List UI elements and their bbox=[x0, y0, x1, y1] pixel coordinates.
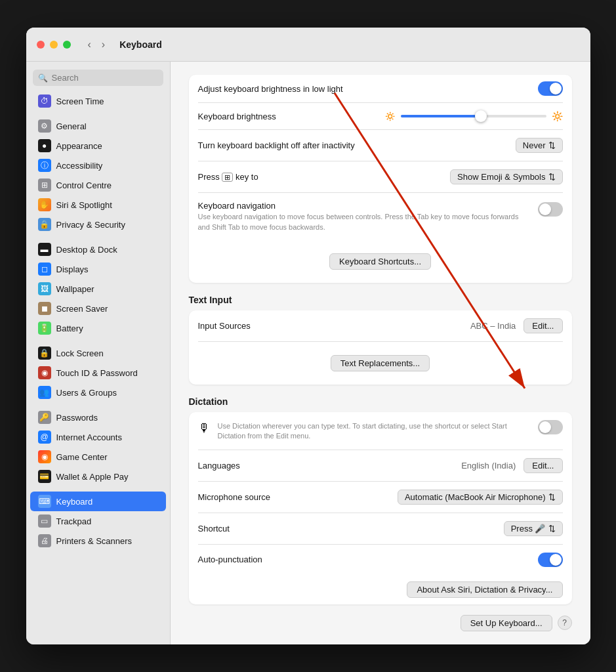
sidebar-item-trackpad[interactable]: ▭ Trackpad bbox=[30, 511, 166, 531]
about-dictation-row: About Ask Siri, Dictation & Privacy... bbox=[198, 575, 563, 604]
sidebar-item-general[interactable]: ⚙ General bbox=[30, 116, 166, 136]
sidebar-label-internet-accounts: Internet Accounts bbox=[56, 432, 122, 442]
microphone-source-dropdown[interactable]: Automatic (MacBook Air Microphone) ⇅ bbox=[398, 490, 563, 505]
input-sources-edit-button[interactable]: Edit... bbox=[524, 318, 562, 333]
sidebar-label-game-center: Game Center bbox=[56, 452, 108, 462]
adjust-brightness-row: Adjust keyboard brightness in low light bbox=[198, 75, 563, 103]
press-key-row: Press ⊞ key to Show Emoji & Symbols ⇅ bbox=[198, 161, 563, 193]
keyboard-shortcuts-button[interactable]: Keyboard Shortcuts... bbox=[329, 253, 431, 270]
sidebar-label-siri: Siri & Spotlight bbox=[56, 200, 112, 210]
sidebar-label-screen-saver: Screen Saver bbox=[56, 304, 108, 314]
sidebar-label-keyboard: Keyboard bbox=[56, 497, 93, 507]
sidebar-item-privacy-security[interactable]: 🔒 Privacy & Security bbox=[30, 215, 166, 234]
adjust-brightness-toggle[interactable] bbox=[538, 81, 563, 96]
sidebar-item-displays[interactable]: ◻ Displays bbox=[30, 259, 166, 279]
brightness-slider-container: 🔅 🔆 bbox=[384, 111, 563, 121]
sidebar-item-accessibility[interactable]: ⓘ Accessibility bbox=[30, 156, 166, 175]
backlight-off-dropdown[interactable]: Never ⇅ bbox=[516, 138, 563, 153]
sidebar-item-printers-scanners[interactable]: 🖨 Printers & Scanners bbox=[30, 531, 166, 551]
sidebar-item-touch-id[interactable]: ◉ Touch ID & Password bbox=[30, 363, 166, 383]
input-sources-row: Input Sources ABC – India Edit... bbox=[198, 310, 563, 342]
sidebar-item-appearance[interactable]: ● Appearance bbox=[30, 136, 166, 156]
sidebar-label-users: Users & Groups bbox=[56, 388, 117, 398]
accessibility-icon: ⓘ bbox=[38, 159, 51, 172]
top-keyboard-card: Adjust keyboard brightness in low light … bbox=[189, 75, 572, 283]
sidebar-item-game-center[interactable]: ◉ Game Center bbox=[30, 447, 166, 467]
microphone-source-row: Microphone source Automatic (MacBook Air… bbox=[198, 482, 563, 513]
sidebar-item-screen-time[interactable]: ⏱ Screen Time bbox=[30, 91, 166, 111]
minimize-button[interactable] bbox=[50, 41, 58, 49]
brightness-high-icon: 🔆 bbox=[552, 111, 563, 121]
printers-icon: 🖨 bbox=[38, 534, 51, 547]
sidebar-label-accessibility: Accessibility bbox=[56, 161, 103, 171]
sidebar-item-wallpaper[interactable]: 🖼 Wallpaper bbox=[30, 279, 166, 299]
chevron-updown-icon4: ⇅ bbox=[548, 524, 556, 534]
press-key-label: Press ⊞ key to bbox=[198, 172, 443, 182]
search-bar[interactable]: 🔍 bbox=[33, 70, 163, 86]
adjust-brightness-label: Adjust keyboard brightness in low light bbox=[198, 84, 530, 94]
maximize-button[interactable] bbox=[63, 41, 71, 49]
sidebar-item-users-groups[interactable]: 👥 Users & Groups bbox=[30, 383, 166, 402]
sidebar-label-appearance: Appearance bbox=[56, 141, 102, 151]
sidebar-item-control-centre[interactable]: ⊞ Control Centre bbox=[30, 175, 166, 195]
sidebar-label-privacy: Privacy & Security bbox=[56, 220, 125, 230]
nav-buttons: ‹ › bbox=[84, 37, 110, 52]
about-dictation-button[interactable]: About Ask Siri, Dictation & Privacy... bbox=[407, 581, 562, 598]
text-input-card: Input Sources ABC – India Edit... Text R… bbox=[189, 310, 572, 385]
text-replacements-button[interactable]: Text Replacements... bbox=[331, 355, 430, 371]
languages-edit-button[interactable]: Edit... bbox=[524, 458, 562, 473]
sidebar-item-battery[interactable]: 🔋 Battery bbox=[30, 318, 166, 338]
keyboard-nav-label-group: Keyboard navigation Use keyboard navigat… bbox=[198, 201, 530, 232]
brightness-fill bbox=[401, 115, 481, 117]
sidebar-item-lock-screen[interactable]: 🔒 Lock Screen bbox=[30, 343, 166, 363]
general-icon: ⚙ bbox=[38, 119, 51, 133]
auto-punctuation-label: Auto-punctuation bbox=[198, 555, 530, 564]
chevron-updown-icon2: ⇅ bbox=[548, 172, 556, 182]
shortcut-label: Shortcut bbox=[198, 524, 496, 534]
keyboard-nav-row: Keyboard navigation Use keyboard navigat… bbox=[198, 193, 563, 240]
sidebar-item-internet-accounts[interactable]: @ Internet Accounts bbox=[30, 427, 166, 447]
window-content: 🔍 ⏱ Screen Time ⚙ General ● Appearance ⓘ… bbox=[26, 62, 590, 644]
sidebar-item-wallet[interactable]: 💳 Wallet & Apple Pay bbox=[30, 467, 166, 486]
brightness-track[interactable] bbox=[401, 115, 546, 117]
appearance-icon: ● bbox=[38, 139, 51, 152]
passwords-icon: 🔑 bbox=[38, 411, 51, 424]
trackpad-icon: ▭ bbox=[38, 514, 51, 528]
keyboard-shortcuts-row: Keyboard Shortcuts... bbox=[198, 240, 563, 283]
battery-icon: 🔋 bbox=[38, 322, 51, 335]
brightness-thumb[interactable] bbox=[475, 110, 487, 122]
game-center-icon: ◉ bbox=[38, 450, 51, 463]
search-input[interactable] bbox=[52, 73, 158, 83]
shortcut-value: Press 🎤 bbox=[511, 524, 546, 534]
sidebar-item-screen-saver[interactable]: ◼ Screen Saver bbox=[30, 299, 166, 318]
sidebar-label-general: General bbox=[56, 121, 87, 131]
dictation-sublabel: Use Dictation wherever you can type text… bbox=[218, 421, 530, 442]
sidebar-item-desktop-dock[interactable]: ▬ Desktop & Dock bbox=[30, 240, 166, 259]
dictation-card: 🎙 Use Dictation wherever you can type te… bbox=[189, 412, 572, 604]
setup-keyboard-row: Set Up Keyboard... ? bbox=[189, 615, 572, 631]
globe-key-symbol: ⊞ bbox=[222, 173, 233, 182]
backlight-off-row: Turn keyboard backlight off after inacti… bbox=[198, 130, 563, 161]
sidebar-label-wallet: Wallet & Apple Pay bbox=[56, 472, 129, 482]
help-button[interactable]: ? bbox=[558, 616, 572, 630]
languages-value: English (India) bbox=[461, 461, 516, 471]
internet-accounts-icon: @ bbox=[38, 430, 51, 444]
setup-keyboard-button[interactable]: Set Up Keyboard... bbox=[461, 615, 552, 631]
back-button[interactable]: ‹ bbox=[84, 37, 95, 52]
shortcut-dropdown[interactable]: Press 🎤 ⇅ bbox=[504, 521, 563, 536]
chevron-updown-icon: ⇅ bbox=[548, 140, 556, 150]
auto-punctuation-toggle[interactable] bbox=[538, 553, 563, 567]
close-button[interactable] bbox=[37, 41, 45, 49]
keyboard-nav-toggle[interactable] bbox=[538, 202, 563, 217]
dictation-toggle[interactable] bbox=[538, 420, 563, 434]
screen-saver-icon: ◼ bbox=[38, 302, 51, 315]
sidebar-item-keyboard[interactable]: ⌨ Keyboard bbox=[30, 492, 166, 511]
brightness-low-icon: 🔅 bbox=[384, 111, 396, 121]
main-content: Adjust keyboard brightness in low light … bbox=[171, 62, 590, 644]
system-preferences-window: ‹ › Keyboard 🔍 ⏱ Screen Time ⚙ General ● bbox=[26, 28, 590, 644]
forward-button[interactable]: › bbox=[98, 37, 109, 52]
sidebar-label-control-centre: Control Centre bbox=[56, 180, 112, 190]
sidebar-item-siri-spotlight[interactable]: ✋ Siri & Spotlight bbox=[30, 195, 166, 215]
sidebar-item-passwords[interactable]: 🔑 Passwords bbox=[30, 408, 166, 427]
press-key-dropdown[interactable]: Show Emoji & Symbols ⇅ bbox=[450, 169, 562, 184]
